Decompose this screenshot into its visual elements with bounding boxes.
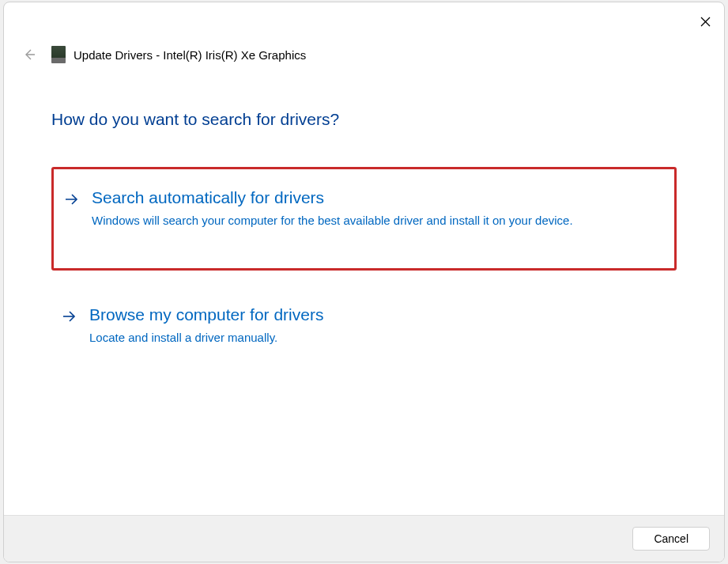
device-icon [51, 46, 66, 63]
arrow-left-icon [22, 47, 36, 62]
option-description: Locate and install a driver manually. [89, 329, 579, 347]
title-row: Update Drivers - Intel(R) Iris(R) Xe Gra… [51, 46, 306, 63]
back-button[interactable] [20, 45, 39, 64]
dialog-title: Update Drivers - Intel(R) Iris(R) Xe Gra… [74, 48, 306, 62]
dialog-footer: Cancel [4, 515, 724, 562]
cancel-button[interactable]: Cancel [632, 527, 710, 551]
option-body: Search automatically for drivers Windows… [92, 188, 663, 230]
content-heading: How do you want to search for drivers? [51, 110, 677, 129]
dialog-content: How do you want to search for drivers? S… [4, 64, 724, 515]
update-drivers-dialog: Update Drivers - Intel(R) Iris(R) Xe Gra… [3, 2, 725, 562]
dialog-header: Update Drivers - Intel(R) Iris(R) Xe Gra… [4, 2, 724, 64]
option-title: Search automatically for drivers [92, 188, 663, 207]
option-search-automatically[interactable]: Search automatically for drivers Windows… [51, 167, 677, 271]
arrow-right-icon [65, 192, 79, 210]
arrow-right-icon [62, 309, 77, 327]
option-title: Browse my computer for drivers [89, 305, 666, 324]
close-icon [700, 17, 711, 27]
option-description: Windows will search your computer for th… [92, 212, 582, 230]
option-browse-computer[interactable]: Browse my computer for drivers Locate an… [51, 290, 677, 366]
close-button[interactable] [692, 9, 718, 34]
option-body: Browse my computer for drivers Locate an… [89, 305, 666, 347]
